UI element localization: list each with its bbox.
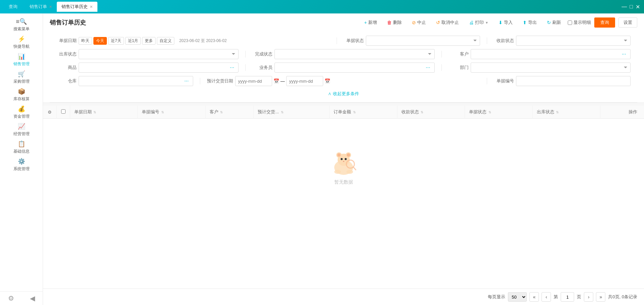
date-btn-today[interactable]: 今天 <box>93 37 107 45</box>
stop-button[interactable]: ⊘ 中止 <box>409 18 429 27</box>
display-columns-checkbox[interactable] <box>568 21 572 25</box>
tab-sales-order-history-close[interactable]: ✕ <box>90 5 93 9</box>
tab-home[interactable]: 查询 <box>4 2 22 12</box>
filter-customer-input-wrapper[interactable]: ··· <box>471 49 631 59</box>
filter-doc-status-select[interactable] <box>366 36 480 46</box>
warehouse-dots-icon[interactable]: ··· <box>183 78 190 84</box>
sidebar-item-operations[interactable]: 📈 经营管理 <box>0 121 43 139</box>
th-doc-status-sort-icon[interactable]: ⇅ <box>488 110 491 114</box>
th-amount-sort-icon[interactable]: ⇅ <box>353 110 356 114</box>
date-btn-custom[interactable]: 自定义 <box>157 37 174 45</box>
th-out-status-sort-icon[interactable]: ⇅ <box>556 110 559 114</box>
sidebar-label-quick-nav: 快捷导航 <box>13 44 30 49</box>
th-date-label: 单据日期 <box>74 109 92 114</box>
filter-goods-input-wrapper[interactable]: ··· <box>79 63 239 73</box>
sidebar-item-basic-info[interactable]: 📋 基础信息 <box>0 139 43 156</box>
sidebar-bottom: ⚙ ◀ <box>0 291 43 305</box>
content-area: 销售订单历史 + 新增 🗑 删除 ⊘ 中止 ↺ <box>43 13 644 305</box>
sidebar-settings-icon[interactable]: ⚙ <box>8 294 14 302</box>
new-button[interactable]: + 新增 <box>361 18 380 27</box>
th-number-sort-icon[interactable]: ⇅ <box>161 110 164 114</box>
date-btn-7days[interactable]: 近7天 <box>108 37 124 45</box>
filter-dept-select[interactable] <box>471 63 631 73</box>
last-page-button[interactable]: » <box>596 292 605 302</box>
date-btn-yesterday[interactable]: 昨天 <box>79 37 92 45</box>
sidebar-item-search-menu[interactable]: ≡🔍 搜索菜单 <box>0 16 43 34</box>
calendar-from-icon[interactable]: 📅 <box>273 78 279 84</box>
stop-icon: ⊘ <box>412 20 416 25</box>
th-checkbox[interactable] <box>56 106 70 119</box>
date-btn-1month[interactable]: 近1月 <box>125 37 141 45</box>
filter-doc-no-input[interactable] <box>516 76 631 86</box>
print-button[interactable]: 🖨 打印 ▼ <box>466 18 492 27</box>
filter-row-2: 出库状态 完成状态 客户 <box>56 49 631 59</box>
tab-sales-order[interactable]: 销售订单 ✕ <box>25 2 57 12</box>
filter-out-status-select[interactable] <box>79 49 239 59</box>
delivery-date-to[interactable] <box>286 76 323 86</box>
date-range-display: 2023-06-02 至 2023-06-02 <box>179 38 226 44</box>
goods-dots-icon[interactable]: ··· <box>228 65 235 71</box>
filter-warehouse-input-wrapper[interactable]: ··· <box>79 76 193 86</box>
settings-gear-icon[interactable]: ⚙ <box>48 110 52 115</box>
filter-complete-status-select[interactable] <box>274 49 434 59</box>
page-title-row: 销售订单历史 + 新增 🗑 删除 ⊘ 中止 ↺ <box>50 17 637 28</box>
display-columns-toggle[interactable]: 显示明细 <box>568 20 591 26</box>
sidebar-item-inventory[interactable]: 📦 库存核算 <box>0 86 43 104</box>
sidebar-item-purchase-mgmt[interactable]: 🛒 采购管理 <box>0 69 43 86</box>
page-number-input[interactable] <box>561 292 574 302</box>
export-button[interactable]: ⬆ 导出 <box>519 18 540 27</box>
close-window-icon[interactable]: ✕ <box>636 4 640 10</box>
tab-sales-order-label: 销售订单 <box>30 4 47 10</box>
delivery-date-from[interactable] <box>235 76 272 86</box>
select-all-checkbox[interactable] <box>61 109 66 114</box>
th-settings[interactable]: ⚙ <box>43 106 56 119</box>
th-customer-sort-icon[interactable]: ⇅ <box>220 110 223 114</box>
minimize-icon[interactable]: — <box>621 4 627 10</box>
empty-state-row: 暂无数据 <box>43 119 644 213</box>
delete-label: 删除 <box>393 20 402 26</box>
svg-point-5 <box>347 153 350 157</box>
th-payment-status-sort-icon[interactable]: ⇅ <box>421 110 423 114</box>
tab-sales-order-history[interactable]: 销售订单历史 ✕ <box>57 2 97 12</box>
sidebar-collapse-icon[interactable]: ◀ <box>30 294 35 302</box>
total-info: 共0页, 0条记录 <box>608 294 637 300</box>
collapse-row[interactable]: ∧ 收起更多条件 <box>56 89 631 98</box>
th-out-status: 出库状态 ⇅ <box>532 106 600 119</box>
import-button[interactable]: ⬇ 导入 <box>495 18 516 27</box>
sidebar-item-sys-mgmt[interactable]: ⚙️ 系统管理 <box>0 156 43 174</box>
sidebar-item-sales-mgmt[interactable]: 📊 销售管理 <box>0 51 43 69</box>
customer-dots-icon[interactable]: ··· <box>620 51 628 57</box>
next-page-button[interactable]: › <box>584 292 593 302</box>
sidebar-item-finance[interactable]: 💰 资金管理 <box>0 104 43 121</box>
filter-payment-status-select[interactable] <box>516 36 631 46</box>
filter-complete-status-item: 完成状态 <box>252 49 434 59</box>
page-size-select[interactable]: 20 50 100 <box>508 292 527 302</box>
cancel-stop-button[interactable]: ↺ 取消中止 <box>433 18 462 27</box>
tab-home-label: 查询 <box>9 4 17 10</box>
sidebar-label-purchase-mgmt: 采购管理 <box>13 79 30 84</box>
filter-dept-label: 部门 <box>448 65 469 71</box>
sales-mgmt-icon: 📊 <box>18 53 25 60</box>
th-delivery-sort-icon[interactable]: ⇅ <box>281 110 284 114</box>
tab-sales-order-close[interactable]: ✕ <box>49 5 52 9</box>
first-page-button[interactable]: « <box>529 292 539 302</box>
delete-button[interactable]: 🗑 删除 <box>384 18 405 27</box>
query-button[interactable]: 查询 <box>594 17 615 28</box>
filter-salesperson-input-wrapper[interactable]: ··· <box>274 63 434 73</box>
sidebar-item-quick-nav[interactable]: ⚡ 快捷导航 <box>0 34 43 51</box>
salesperson-dots-icon[interactable]: ··· <box>424 65 431 71</box>
settings-button[interactable]: 设置 <box>618 17 637 28</box>
date-btn-more[interactable]: 更多 <box>142 37 156 45</box>
refresh-button[interactable]: ↻ 刷新 <box>544 18 564 27</box>
th-operation-label: 操作 <box>629 109 637 114</box>
prev-page-button[interactable]: ‹ <box>542 292 551 302</box>
calendar-to-icon[interactable]: 📅 <box>325 78 330 84</box>
th-amount: 订单金额 ⇅ <box>330 106 397 119</box>
page-size-label: 每页显示 <box>488 294 505 300</box>
maximize-icon[interactable]: □ <box>630 4 633 10</box>
svg-line-10 <box>353 167 356 170</box>
svg-point-8 <box>343 161 344 162</box>
th-delivery: 预计交货... ⇅ <box>254 106 330 119</box>
th-date-sort-icon[interactable]: ⇅ <box>93 110 96 114</box>
th-operation: 操作 <box>600 106 644 119</box>
